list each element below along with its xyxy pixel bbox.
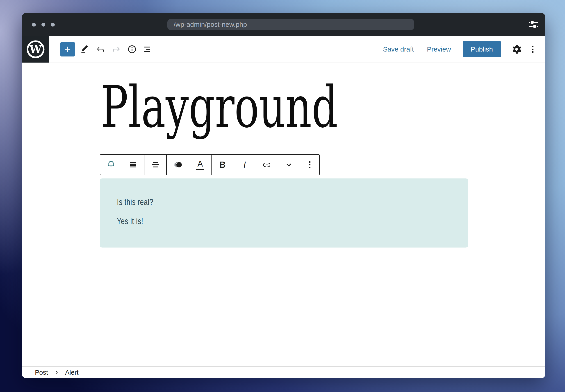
chevron-right-icon [53, 369, 60, 376]
align-icon [130, 162, 136, 163]
gear-icon [511, 44, 522, 55]
kebab-icon [309, 161, 311, 163]
save-draft-button[interactable]: Save draft [382, 45, 415, 53]
editor-canvas: Playground [22, 63, 545, 366]
alert-line[interactable]: Yes it is! [117, 216, 391, 226]
italic-icon: I [243, 160, 246, 170]
svg-text:W: W [29, 43, 42, 56]
window-controls [32, 23, 55, 27]
undo-button[interactable] [95, 42, 106, 56]
align-button[interactable] [122, 155, 144, 175]
more-rich-text-button[interactable] [278, 155, 300, 175]
window-titlebar: /wp-admin/post-new.php [22, 13, 545, 36]
undo-icon [95, 44, 106, 55]
text-align-icon [153, 162, 158, 163]
block-options-button[interactable] [300, 155, 319, 175]
text-color-icon: A [197, 160, 203, 168]
redo-icon [111, 44, 121, 55]
tools-button[interactable] [79, 42, 90, 56]
publish-button[interactable]: Publish [463, 41, 501, 57]
browser-settings-sliders-icon[interactable] [528, 20, 539, 29]
kebab-icon [532, 46, 534, 47]
url-text: /wp-admin/post-new.php [174, 21, 247, 28]
window-close-button[interactable] [32, 23, 36, 27]
info-icon [127, 44, 137, 55]
bold-button[interactable]: B [211, 155, 234, 175]
details-button[interactable] [126, 42, 138, 56]
italic-button[interactable]: I [234, 155, 256, 175]
chevron-down-icon [284, 160, 294, 170]
link-button[interactable] [256, 155, 278, 175]
browser-window: /wp-admin/post-new.php W [22, 13, 545, 378]
link-icon [262, 160, 272, 170]
window-maximize-button[interactable] [51, 23, 55, 27]
bold-icon: B [219, 160, 225, 170]
wordpress-logo-button[interactable]: W [22, 36, 49, 63]
highlight-button[interactable]: A [189, 155, 211, 175]
editor-toolbar: W [22, 36, 545, 63]
url-bar[interactable]: /wp-admin/post-new.php [167, 19, 414, 30]
breadcrumb-post[interactable]: Post [35, 369, 48, 376]
breadcrumb: Post Alert [22, 366, 545, 378]
motion-icon [173, 160, 183, 170]
alert-line[interactable]: Is this real? [117, 197, 391, 207]
wordpress-logo-icon: W [26, 40, 45, 59]
text-align-button[interactable] [144, 155, 166, 175]
preview-button[interactable]: Preview [426, 45, 452, 53]
desktop-background: { "browser": { "url": "/wp-admin/post-ne… [0, 0, 565, 392]
pencil-icon [80, 44, 90, 54]
animation-button[interactable] [167, 155, 189, 175]
list-view-icon [143, 44, 153, 55]
alert-block-type-button[interactable] [100, 155, 122, 175]
editor-header-actions: Save draft Preview Publish [382, 41, 545, 57]
plus-icon [63, 45, 72, 54]
options-button[interactable] [532, 46, 534, 53]
alert-block[interactable]: Is this real? Yes it is! [100, 179, 468, 248]
breadcrumb-alert[interactable]: Alert [65, 369, 79, 376]
block-inserter-button[interactable] [60, 42, 75, 56]
post-title-input[interactable]: Playground [101, 77, 338, 137]
bell-icon [106, 160, 116, 170]
block-toolbar: A B I [100, 154, 320, 175]
list-view-button[interactable] [142, 42, 154, 56]
redo-button[interactable] [110, 42, 122, 56]
settings-button[interactable] [511, 44, 522, 55]
window-minimize-button[interactable] [42, 23, 45, 27]
